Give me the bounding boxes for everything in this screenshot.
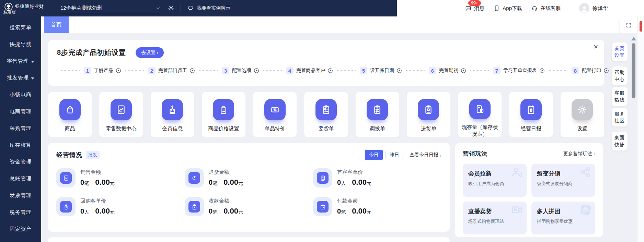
sidebar-item[interactable]: 搜索菜单 bbox=[0, 19, 41, 36]
topbar-divider bbox=[181, 4, 181, 12]
side-widget-button[interactable]: 桌面快捷 bbox=[612, 132, 628, 150]
sidebar-item[interactable]: 采购管理 bbox=[0, 120, 41, 137]
sidebar-item-label: 采购管理 bbox=[10, 125, 32, 132]
setup-step[interactable]: 3 配置选项 bbox=[195, 67, 259, 74]
user-menu[interactable]: 徐泽华 bbox=[579, 3, 608, 13]
group-buy-icon: 拼 bbox=[579, 203, 593, 217]
side-widget-button[interactable]: 客服热线 bbox=[612, 87, 628, 106]
daily-report-label: 查看今日日报 bbox=[410, 152, 438, 158]
play-icon[interactable] bbox=[603, 68, 609, 73]
play-icon[interactable] bbox=[116, 68, 121, 73]
sidebar-item[interactable]: 小畅电商 bbox=[0, 86, 41, 103]
shortcut-card[interactable]: 会员信息 bbox=[151, 92, 194, 137]
step-label: 完善部门员工 bbox=[158, 68, 187, 74]
metric-amount-unit: 元 bbox=[367, 209, 371, 215]
sidebar-item[interactable]: 固定资产 bbox=[0, 221, 41, 238]
gear-icon[interactable] bbox=[168, 5, 174, 12]
outer-scrollbar[interactable] bbox=[637, 16, 644, 242]
scroll-up-arrow[interactable] bbox=[631, 37, 636, 40]
marketing-card[interactable]: 裂变分销 裂变式发展分销商 bbox=[531, 164, 595, 197]
play-icon[interactable] bbox=[396, 68, 402, 73]
online-service-button[interactable]: 在线客服 bbox=[531, 5, 561, 12]
setup-step[interactable]: 4 完善商品客户 bbox=[259, 67, 333, 74]
go-setup-button[interactable]: 去设置 › bbox=[136, 47, 164, 58]
marketing-card[interactable]: 拼 多人拼团 拼团购物享受优惠 bbox=[531, 202, 595, 234]
metric-label: 付款金额 bbox=[337, 198, 371, 204]
first-price-icon: ¥ bbox=[317, 172, 329, 184]
shortcut-card[interactable]: 商品价格设置 bbox=[202, 92, 245, 137]
daily-icon bbox=[520, 99, 542, 120]
shortcut-card[interactable]: 进货单 bbox=[407, 92, 450, 137]
workspace-select[interactable]: 12李艳芬测试勿删 bbox=[60, 2, 161, 14]
shortcut-card[interactable]: 调拨单 bbox=[356, 92, 399, 137]
phone-icon bbox=[493, 5, 500, 12]
side-widget-button[interactable]: 首页设置 bbox=[612, 43, 628, 61]
shortcut-card[interactable]: 零售数据中心 bbox=[99, 92, 143, 137]
sidebar-item[interactable]: 快捷导航 bbox=[0, 36, 41, 53]
play-icon[interactable] bbox=[539, 68, 545, 73]
sidebar-item-label: 发票管理 bbox=[10, 192, 32, 199]
side-widget-button[interactable]: 帮助中心 bbox=[612, 66, 628, 85]
chevron-down-icon bbox=[31, 77, 34, 80]
message-icon bbox=[465, 5, 472, 12]
setup-step[interactable]: 1 了解产品 bbox=[57, 67, 121, 74]
tab-home[interactable]: 首页 bbox=[44, 16, 69, 33]
step-label: 完善期初 bbox=[439, 68, 458, 74]
shortcut-card[interactable]: 设置 bbox=[561, 92, 604, 137]
demo-link[interactable]: 我要看实例演示 bbox=[187, 5, 230, 12]
chevron-right-icon: › bbox=[594, 151, 595, 157]
close-icon[interactable]: × bbox=[594, 43, 598, 51]
more-marketing-link[interactable]: 更多营销玩法 › bbox=[563, 151, 595, 157]
shortcut-card[interactable]: 商品 bbox=[48, 92, 92, 137]
app-download-button[interactable]: App下载 bbox=[493, 5, 522, 12]
metric-label: 退货金额 bbox=[209, 169, 243, 176]
setup-step[interactable]: 7 学习开单查报表 bbox=[466, 67, 545, 74]
shortcut-card[interactable]: 现存量（库存状况表） bbox=[458, 92, 502, 137]
shortcut-card[interactable]: % 单品特价 bbox=[253, 92, 297, 137]
setup-step[interactable]: 2 完善部门员工 bbox=[121, 67, 195, 74]
setup-step[interactable]: 5 设开账日期 bbox=[333, 67, 402, 74]
play-icon[interactable] bbox=[254, 68, 259, 73]
fullscreen-button[interactable] bbox=[620, 17, 637, 33]
metric-count-unit: 人 bbox=[341, 180, 346, 186]
member-new-icon bbox=[510, 165, 524, 179]
play-icon[interactable] bbox=[189, 68, 195, 73]
sidebar-item[interactable]: 发票管理 bbox=[0, 187, 41, 204]
step-number: 2 bbox=[148, 67, 156, 74]
shortcut-card[interactable]: 经营日报 bbox=[509, 92, 553, 137]
daily-report-link[interactable]: 查看今日日报 › bbox=[410, 152, 441, 158]
step-number: 3 bbox=[222, 67, 229, 74]
metric-amount: 0.00 bbox=[352, 178, 367, 187]
sidebar-item[interactable]: 零售管理 bbox=[0, 53, 41, 70]
today-button[interactable]: 今日 bbox=[365, 150, 383, 160]
collection-icon: ¥ bbox=[188, 201, 200, 213]
messages-button[interactable]: 99+ 消息 bbox=[465, 5, 484, 12]
sidebar-item[interactable]: 税务管理 bbox=[0, 204, 41, 221]
svg-text:¥: ¥ bbox=[194, 206, 195, 208]
setup-step[interactable]: 8 配置打印 bbox=[545, 67, 609, 74]
sidebar-item[interactable]: 总账管理 bbox=[0, 170, 41, 187]
topbar: 畅捷通好业财 标准版 12李艳芬测试勿删 我要看实例演示 bbox=[0, 0, 644, 16]
shortcut-card[interactable]: 要货单 bbox=[304, 92, 348, 137]
business-title: 经营情况 bbox=[56, 151, 82, 159]
sidebar-item[interactable]: 批发管理 bbox=[0, 70, 41, 86]
scrollbar-thumb[interactable] bbox=[632, 43, 635, 98]
step-connector bbox=[470, 70, 489, 71]
side-widget-button[interactable]: 服务社区 bbox=[612, 108, 628, 127]
step-label: 学习开单查报表 bbox=[503, 68, 537, 74]
metric-item: 退货金额 0 笔 0.00 元 bbox=[185, 168, 313, 187]
marketing-card[interactable]: 直播卖货 场景式购物新玩法 bbox=[463, 202, 527, 234]
tabbar: 首页 bbox=[41, 16, 637, 33]
messages-label: 消息 bbox=[474, 5, 484, 12]
play-icon[interactable] bbox=[461, 68, 466, 73]
yesterday-button[interactable]: 昨日 bbox=[386, 150, 403, 160]
marketing-card[interactable]: 会员拉新 吸引用户成为会员 bbox=[463, 164, 527, 197]
shortcut-label: 设置 bbox=[574, 125, 590, 132]
sidebar-item[interactable]: 电商管理 bbox=[0, 103, 41, 120]
play-icon[interactable] bbox=[327, 68, 333, 73]
sidebar-item[interactable]: 资金管理 bbox=[0, 154, 41, 170]
metric-count: 0 bbox=[80, 207, 84, 215]
setup-step[interactable]: 6 完善期初 bbox=[402, 67, 466, 74]
sidebar-item[interactable]: 库存核算 bbox=[0, 137, 41, 154]
sidebar-item-label: 小畅电商 bbox=[10, 92, 32, 98]
